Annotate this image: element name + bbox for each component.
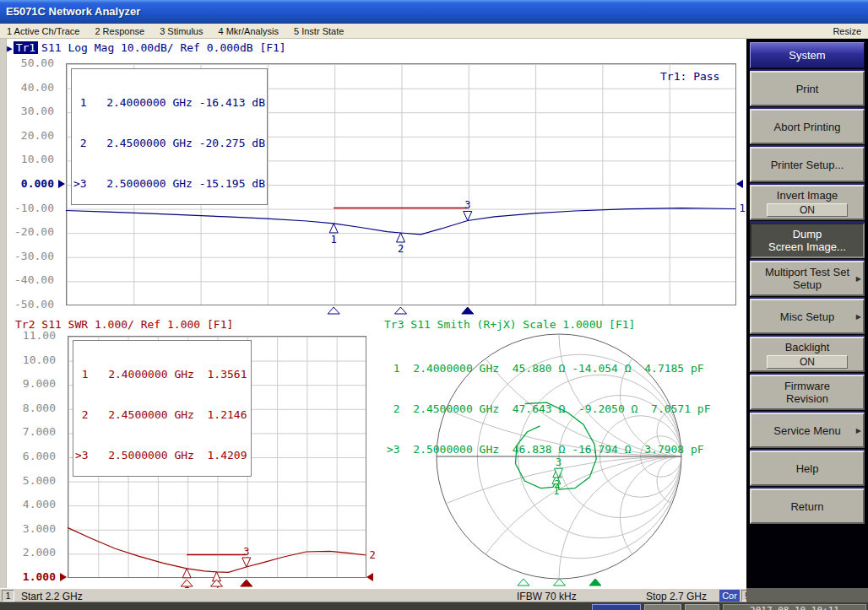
tr1-marker-row: >3 2.5000000 GHz -15.195 dB bbox=[73, 177, 267, 191]
bottom-right-filler bbox=[746, 588, 868, 602]
tr2-marker-row: 2 2.4500000 GHz 1.2146 bbox=[75, 408, 251, 422]
softkey-abort-printing[interactable]: Abort Printing bbox=[750, 109, 865, 144]
menu-mkr-analysis[interactable]: 4 Mkr/Analysis bbox=[218, 26, 279, 36]
tr3-marker-row: 2 2.4500000 GHz 47.643 Ω -9.2050 Ω 7.057… bbox=[387, 402, 711, 416]
softkey-invert-image[interactable]: Invert Image ON bbox=[750, 185, 865, 220]
softkey-backlight[interactable]: Backlight ON bbox=[750, 337, 865, 372]
softkey-misc-setup[interactable]: Misc Setup ▶ bbox=[750, 299, 865, 334]
window-title: E5071C Network Analyzer bbox=[6, 5, 140, 18]
tr3-header[interactable]: Tr3 S11 Smith (R+jX) Scale 1.000U [F1] bbox=[384, 318, 635, 331]
softkey-return[interactable]: Return bbox=[750, 489, 865, 524]
taskbar-button[interactable] bbox=[685, 604, 719, 610]
softkey-service-menu[interactable]: Service Menu ▶ bbox=[750, 413, 865, 448]
left-edge-strip bbox=[0, 39, 7, 588]
tr1-name-badge[interactable]: Tr1 bbox=[14, 41, 38, 54]
softkey-printer-setup[interactable]: Printer Setup... bbox=[750, 147, 865, 182]
taskbar-button[interactable] bbox=[644, 604, 681, 610]
sweep-stop-readout: Stop 2.7 GHz bbox=[646, 591, 707, 602]
softkey-dump-screen-image[interactable]: Dump Screen Image... bbox=[750, 223, 865, 258]
softkey-firmware-revision[interactable]: Firmware Revision bbox=[750, 375, 865, 410]
tr3-marker-row: >3 2.5000000 GHz 46.838 Ω -16.794 Ω 3.79… bbox=[387, 443, 711, 456]
backlight-state: ON bbox=[767, 355, 848, 369]
menu-active-ch-trace[interactable]: 1 Active Ch/Trace bbox=[7, 26, 79, 36]
tr2-marker-row: >3 2.5000000 GHz 1.4209 bbox=[75, 449, 251, 462]
softkey-help[interactable]: Help bbox=[750, 451, 865, 486]
limit-test-pass-indicator: Tr1: Pass bbox=[660, 70, 719, 83]
menu-response[interactable]: 2 Response bbox=[95, 26, 144, 36]
submenu-arrow-icon: ▶ bbox=[856, 424, 861, 437]
tr1-marker-row: 2 2.4500000 GHz -20.275 dB bbox=[73, 137, 267, 150]
status-bar: 1 Start 2.2 GHz IFBW 70 kHz Stop 2.7 GHz… bbox=[0, 588, 746, 602]
tr3-marker-row: 1 2.4000000 GHz 45.880 Ω -14.054 Ω 4.718… bbox=[387, 362, 711, 375]
tr3-marker-table: 1 2.4000000 GHz 45.880 Ω -14.054 Ω 4.718… bbox=[387, 335, 711, 470]
tr1-header-text: S11 Log Mag 10.00dB/ Ref 0.000dB [F1] bbox=[41, 41, 286, 54]
tr1-marker-row: 1 2.4000000 GHz -16.413 dB bbox=[73, 96, 267, 110]
tr2-marker-table: 1 2.4000000 GHz 1.3561 2 2.4500000 GHz 1… bbox=[73, 340, 252, 477]
correction-status-badge: Cor bbox=[719, 590, 740, 602]
softkey-menu-title: System bbox=[750, 42, 865, 68]
menu-instr-state[interactable]: 5 Instr State bbox=[294, 26, 344, 36]
menu-stimulus[interactable]: 3 Stimulus bbox=[160, 26, 203, 36]
e5071c-app: { "window": { "title": "E5071C Network A… bbox=[0, 0, 868, 610]
clock-readout: 2017-08-10 10:11 bbox=[723, 604, 866, 610]
channel-number: 1 bbox=[2, 590, 14, 602]
active-trace-arrow-icon: ▶ bbox=[7, 43, 13, 54]
tr2-marker-row: 1 2.4000000 GHz 1.3561 bbox=[75, 368, 251, 381]
menu-resize[interactable]: Resize bbox=[833, 26, 861, 36]
softkey-multiport-test-set-setup[interactable]: Multiport Test Set Setup ▶ bbox=[750, 261, 865, 296]
softkey-print[interactable]: Print bbox=[750, 71, 865, 106]
tr1-marker-table: 1 2.4000000 GHz -16.413 dB 2 2.4500000 G… bbox=[71, 68, 268, 205]
submenu-arrow-icon: ▶ bbox=[856, 273, 861, 285]
taskbar-button[interactable] bbox=[592, 604, 641, 610]
submenu-arrow-icon: ▶ bbox=[856, 310, 861, 323]
clipped-taskbar-row: 2017-08-10 10:11 bbox=[0, 602, 868, 610]
tr2-header[interactable]: Tr2 S11 SWR 1.000/ Ref 1.000 [F1] bbox=[15, 318, 233, 331]
ifbw-readout: IFBW 70 kHz bbox=[517, 591, 577, 602]
menu-bar: 1 Active Ch/Trace 2 Response 3 Stimulus … bbox=[0, 24, 868, 39]
sweep-start-readout: Start 2.2 GHz bbox=[21, 591, 83, 602]
tr1-header: ▶Tr1S11 Log Mag 10.00dB/ Ref 0.000dB [F1… bbox=[7, 41, 286, 54]
window-titlebar: E5071C Network Analyzer bbox=[0, 0, 868, 24]
softkey-sidebar: System Print Abort Printing Printer Setu… bbox=[746, 39, 868, 588]
invert-image-state: ON bbox=[767, 203, 848, 217]
